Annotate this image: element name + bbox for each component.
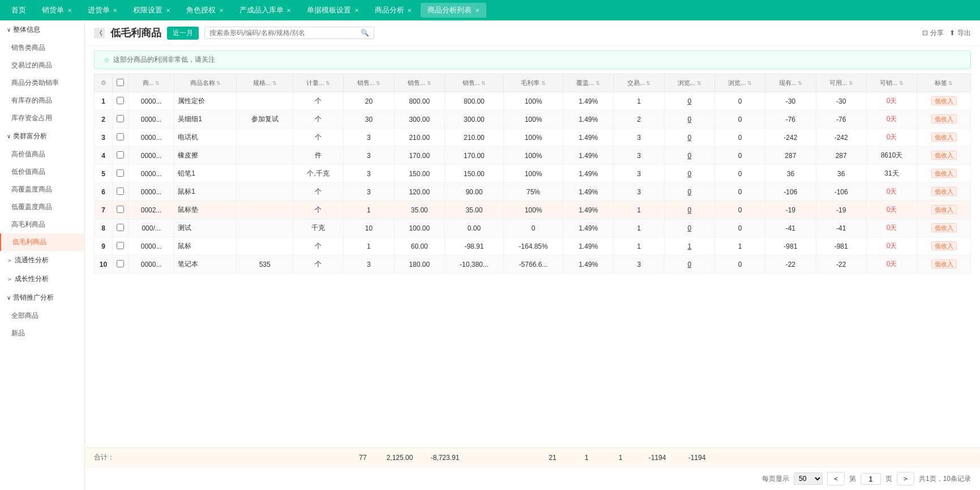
nav-template-settings[interactable]: 单据模板设置 ✕ xyxy=(300,3,366,18)
row-checkbox[interactable] xyxy=(117,242,124,249)
close-icon[interactable]: ✕ xyxy=(475,7,480,14)
row-checkbox-cell[interactable] xyxy=(113,129,129,147)
close-icon[interactable]: ✕ xyxy=(166,7,170,14)
row-browse1[interactable]: 1 xyxy=(664,237,714,255)
close-icon[interactable]: ✕ xyxy=(219,7,224,14)
col-sales-count[interactable]: 销售... xyxy=(344,74,394,92)
row-checkbox[interactable] xyxy=(117,169,124,177)
col-browse1[interactable]: 浏览... xyxy=(664,74,714,92)
row-checkbox[interactable] xyxy=(117,206,124,213)
row-browse1[interactable]: 0 xyxy=(664,129,714,147)
row-sales-count: 3 xyxy=(344,129,394,147)
row-browse1[interactable]: 0 xyxy=(664,92,714,110)
row-browse1[interactable]: 0 xyxy=(664,201,714,219)
row-spec xyxy=(237,165,293,183)
row-checkbox[interactable] xyxy=(117,188,124,195)
nav-role-auth[interactable]: 角色授权 ✕ xyxy=(179,3,230,18)
sidebar-group-growth[interactable]: ＞ 成长性分析 xyxy=(0,270,84,288)
select-all-checkbox[interactable] xyxy=(117,79,124,86)
sidebar-item-sales-products[interactable]: 销售类商品 xyxy=(0,39,84,57)
sidebar-group-cluster-label: 类群富分析 xyxy=(13,131,47,141)
sidebar-item-all-products[interactable]: 全部商品 xyxy=(0,307,84,325)
col-settings[interactable]: ⚙ xyxy=(95,74,113,92)
row-checkbox-cell[interactable] xyxy=(113,183,129,201)
sidebar-group-circulation[interactable]: ＞ 流通性分析 xyxy=(0,251,84,270)
nav-permissions[interactable]: 权限设置 ✕ xyxy=(126,3,177,18)
close-icon[interactable]: ✕ xyxy=(286,7,291,14)
sidebar-item-low-value[interactable]: 低价值商品 xyxy=(0,163,84,181)
row-browse1[interactable]: 0 xyxy=(664,255,714,274)
row-browse1[interactable]: 0 xyxy=(664,147,714,165)
sidebar-item-low-margin[interactable]: 低毛利商品 xyxy=(0,233,84,251)
col-transaction[interactable]: 交易... xyxy=(614,74,664,92)
prev-page-button[interactable]: ＜ xyxy=(827,472,845,485)
row-sales-amount: 170.00 xyxy=(394,147,444,165)
settings-icon[interactable]: ⚙ xyxy=(101,79,106,86)
page-number-input[interactable] xyxy=(861,473,881,485)
sidebar-item-inventory-capital[interactable]: 库存资金占用 xyxy=(0,109,84,127)
sidebar-item-high-margin[interactable]: 高毛利商品 xyxy=(0,216,84,233)
sidebar-group-overall[interactable]: ∨ 整体信息 xyxy=(0,20,84,39)
nav-sales-order[interactable]: 销货单 ✕ xyxy=(35,3,79,18)
col-saleable[interactable]: 可销... xyxy=(866,74,917,92)
row-browse1[interactable]: 0 xyxy=(664,165,714,183)
sidebar-item-stocked-products[interactable]: 有库存的商品 xyxy=(0,92,84,109)
nav-product-entry[interactable]: 产成品入库单 ✕ xyxy=(233,3,298,18)
sidebar-group-marketing[interactable]: ∨ 营销推广分析 xyxy=(0,288,84,307)
sidebar-item-low-coverage[interactable]: 低覆盖度商品 xyxy=(0,198,84,216)
col-sales-amount[interactable]: 销售... xyxy=(394,74,444,92)
col-browse2[interactable]: 浏览... xyxy=(714,74,765,92)
sidebar-collapse-button[interactable]: 《 xyxy=(94,28,105,39)
sidebar-item-high-coverage[interactable]: 高覆盖度商品 xyxy=(0,181,84,198)
nav-product-analysis[interactable]: 商品分析 ✕ xyxy=(368,3,419,18)
sidebar-item-product-category-rate[interactable]: 商品分类助销率 xyxy=(0,74,84,92)
col-unit[interactable]: 计量... xyxy=(293,74,344,92)
col-current-stock[interactable]: 现有... xyxy=(765,74,816,92)
close-icon[interactable]: ✕ xyxy=(354,7,359,14)
col-code[interactable]: 商... xyxy=(129,74,174,92)
row-checkbox[interactable] xyxy=(117,133,124,140)
sidebar-item-new-products[interactable]: 新品 xyxy=(0,325,84,342)
sidebar-item-traded-products[interactable]: 交易过的商品 xyxy=(0,57,84,74)
row-checkbox-cell[interactable] xyxy=(113,147,129,165)
row-checkbox-cell[interactable] xyxy=(113,237,129,255)
close-icon[interactable]: ✕ xyxy=(67,7,72,14)
page-size-select[interactable]: 50 100 200 xyxy=(794,472,823,485)
export-button[interactable]: ⬆ 导出 xyxy=(949,28,971,38)
next-page-button[interactable]: ＞ xyxy=(897,472,914,485)
row-checkbox[interactable] xyxy=(117,260,124,267)
col-sales-profit[interactable]: 销售... xyxy=(444,74,503,92)
col-gross-margin[interactable]: 毛利率 xyxy=(503,74,563,92)
search-icon[interactable]: 🔍 xyxy=(361,29,369,37)
sidebar-item-high-value[interactable]: 高价值商品 xyxy=(0,146,84,163)
row-browse2: 0 xyxy=(714,110,765,129)
row-checkbox-cell[interactable] xyxy=(113,201,129,219)
search-input[interactable] xyxy=(209,29,357,37)
close-icon[interactable]: ✕ xyxy=(407,7,412,14)
col-name[interactable]: 商品名称 xyxy=(174,74,237,92)
row-checkbox-cell[interactable] xyxy=(113,165,129,183)
col-tag[interactable]: 标签 xyxy=(917,74,971,92)
col-coverage[interactable]: 覆盖... xyxy=(563,74,614,92)
sidebar-group-cluster[interactable]: ∨ 类群富分析 xyxy=(0,127,84,146)
row-browse1[interactable]: 0 xyxy=(664,110,714,129)
share-button[interactable]: ⊡ 分享 xyxy=(922,28,944,38)
row-checkbox[interactable] xyxy=(117,97,124,104)
nav-product-analysis-list[interactable]: 商品分析列表 ✕ xyxy=(421,3,486,18)
col-spec[interactable]: 规格... xyxy=(237,74,293,92)
row-checkbox-cell[interactable] xyxy=(113,255,129,274)
close-icon[interactable]: ✕ xyxy=(113,7,117,14)
row-checkbox[interactable] xyxy=(117,151,124,159)
row-checkbox-cell[interactable] xyxy=(113,219,129,237)
row-checkbox[interactable] xyxy=(117,115,124,122)
row-browse1[interactable]: 0 xyxy=(664,183,714,201)
nav-purchase-order[interactable]: 进货单 ✕ xyxy=(81,3,125,18)
nav-home[interactable]: 首页 xyxy=(5,3,33,18)
row-checkbox[interactable] xyxy=(117,224,124,231)
col-available[interactable]: 可用... xyxy=(816,74,866,92)
date-filter-button[interactable]: 近一月 xyxy=(167,27,199,40)
row-checkbox-cell[interactable] xyxy=(113,110,129,129)
row-browse1[interactable]: 0 xyxy=(664,219,714,237)
row-gross-margin: -164.85% xyxy=(503,237,563,255)
row-checkbox-cell[interactable] xyxy=(113,92,129,110)
